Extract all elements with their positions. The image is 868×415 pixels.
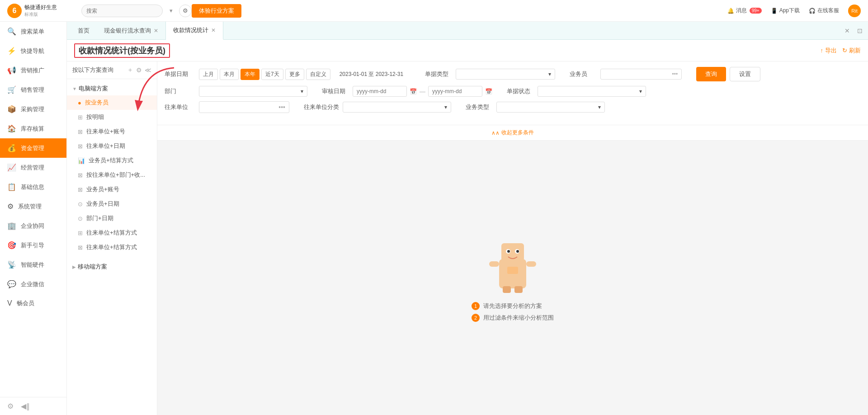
- salesperson-account-icon: ⊠: [78, 186, 83, 193]
- dept-dropdown-icon: ▾: [301, 88, 303, 94]
- doc-type-filter: 单据类型 ▾: [425, 69, 555, 80]
- download-icon: 📱: [771, 8, 778, 14]
- doc-type-label: 单据类型: [425, 70, 452, 78]
- vip-icon: V: [7, 299, 12, 307]
- tree-item-partner-account[interactable]: ⊠ 往来单位+账号: [67, 124, 157, 139]
- sidebar-item-guide[interactable]: 🎯 新手引导: [0, 236, 66, 255]
- query-button[interactable]: 查询: [696, 67, 726, 81]
- tip-number-2: 2: [472, 314, 480, 322]
- date-tab-more[interactable]: 更多: [285, 69, 304, 80]
- audit-date-start[interactable]: [353, 86, 407, 97]
- window-maximize-button[interactable]: ⊡: [855, 26, 864, 35]
- collapse-up-icon: ∧∧: [491, 130, 500, 136]
- hardware-icon: 📡: [7, 260, 16, 269]
- sidebar-item-inventory[interactable]: 🏠 库存核算: [0, 119, 66, 138]
- partner-label: 往来单位: [165, 103, 192, 111]
- sidebar-item-sales[interactable]: 🛒 销售管理: [0, 80, 66, 99]
- left-panel-header: 按以下方案查询 ＋ ⚙ ≪: [67, 61, 157, 79]
- tab-home[interactable]: 首页: [71, 22, 97, 40]
- window-close-button[interactable]: ✕: [843, 26, 852, 35]
- audit-date-picker: 📅 — 📅: [353, 86, 492, 97]
- doc-status-select[interactable]: ▾: [538, 86, 646, 97]
- export-button[interactable]: ↑ 导出: [821, 47, 837, 55]
- salesperson-select[interactable]: •••: [600, 69, 682, 80]
- date-tab-custom[interactable]: 自定义: [306, 69, 330, 80]
- partner-settle2-icon: ⊠: [78, 244, 83, 251]
- sidebar-settings-icon[interactable]: ⚙: [7, 402, 14, 410]
- date-tab-last-month[interactable]: 上月: [199, 69, 218, 80]
- page-title: 收款情况统计(按业务员): [74, 43, 170, 58]
- messages-button[interactable]: 🔔 消息 99+: [727, 7, 762, 14]
- tree-item-dept-date[interactable]: ⊙ 部门+日期: [67, 211, 157, 226]
- left-panel: 按以下方案查询 ＋ ⚙ ≪ ▼ 电脑端方案 ● 按业务员: [67, 61, 157, 415]
- tree-item-partner-date[interactable]: ⊠ 往来单位+日期: [67, 139, 157, 153]
- sidebar-item-vip[interactable]: V 畅会员: [0, 294, 66, 313]
- date-tab-this-month[interactable]: 本月: [220, 69, 239, 80]
- tab-receipt-stats[interactable]: 收款情况统计 ✕: [166, 22, 223, 40]
- export-icon: ↑: [821, 47, 824, 54]
- sidebar-item-purchase[interactable]: 📦 采购管理: [0, 99, 66, 119]
- tab-bank-flow-close[interactable]: ✕: [154, 28, 158, 34]
- sidebar-item-hardware[interactable]: 📡 智能硬件: [0, 255, 66, 274]
- sidebar-item-finance[interactable]: 💰 资金管理: [0, 138, 66, 158]
- dept-filter-label: 部门: [165, 87, 192, 95]
- tree-item-by-salesperson[interactable]: ● 按业务员: [67, 95, 157, 110]
- biz-type-select[interactable]: ▾: [496, 102, 605, 113]
- salesperson-date-icon: ⊙: [78, 201, 83, 208]
- collapse-panel-button[interactable]: ≪: [145, 66, 151, 74]
- page-actions: ↑ 导出 ↻ 刷新: [821, 47, 861, 55]
- page-header: 收款情况统计(按业务员) ↑ 导出 ↻ 刷新: [67, 40, 868, 61]
- audit-date-end[interactable]: [428, 86, 482, 97]
- manage-scheme-button[interactable]: ⚙: [136, 66, 142, 74]
- partner-select[interactable]: •••: [199, 101, 289, 113]
- tree-item-by-detail[interactable]: ⊞ 按明细: [67, 110, 157, 124]
- tree-group-desktop[interactable]: ▼ 电脑端方案: [67, 82, 157, 95]
- app-download-button[interactable]: 📱 App下载: [771, 7, 800, 14]
- sidebar-item-system[interactable]: ⚙ 系统管理: [0, 197, 66, 216]
- bell-icon: 🔔: [727, 8, 734, 14]
- dept-select[interactable]: ▾: [199, 86, 307, 97]
- sidebar-collapse-icon[interactable]: ◀‖: [21, 402, 30, 410]
- finance-icon: 💰: [7, 144, 16, 152]
- try-industry-button[interactable]: 体验行业方案: [192, 4, 241, 18]
- search-input[interactable]: [81, 5, 163, 17]
- settings-gear-icon[interactable]: ⚙: [179, 5, 192, 17]
- tree-group-mobile[interactable]: ▶ 移动端方案: [67, 260, 157, 274]
- sidebar-item-marketing[interactable]: 📢 营销推广: [0, 61, 66, 80]
- partner-category-select[interactable]: ▾: [343, 102, 451, 113]
- tree-section-mobile: ▶ 移动端方案: [67, 257, 157, 276]
- tab-receipt-stats-close[interactable]: ✕: [211, 27, 216, 33]
- date-tab-7days[interactable]: 近7天: [261, 69, 283, 80]
- system-icon: ⚙: [7, 202, 14, 211]
- tree-item-salesperson-date[interactable]: ⊙ 业务员+日期: [67, 197, 157, 211]
- tree-item-partner-dept-collect[interactable]: ⊠ 按往来单位+部门+收...: [67, 168, 157, 182]
- sidebar-item-search[interactable]: 🔍 搜索菜单: [0, 22, 66, 41]
- partner-date-icon: ⊠: [78, 143, 83, 150]
- calendar-start-icon: 📅: [410, 88, 417, 95]
- headset-icon: 🎧: [809, 8, 816, 14]
- top-search-area: ▾ ⚙: [81, 5, 192, 17]
- date-tab-this-year[interactable]: 本年: [241, 69, 259, 80]
- collapse-conditions-button[interactable]: ∧∧ 收起更多条件: [157, 125, 868, 140]
- user-avatar-area[interactable]: Rit: [848, 5, 861, 17]
- refresh-button[interactable]: ↻ 刷新: [842, 47, 861, 55]
- sidebar-item-quick-nav[interactable]: ⚡ 快捷导航: [0, 41, 66, 61]
- svg-point-5: [516, 250, 519, 253]
- tree-item-partner-settle1[interactable]: ⊞ 往来单位+结算方式: [67, 226, 157, 240]
- tree-item-salesperson-settle[interactable]: 📊 业务员+结算方式: [67, 153, 157, 168]
- dropdown-arrow-icon[interactable]: ▾: [166, 6, 175, 15]
- add-scheme-button[interactable]: ＋: [127, 66, 133, 74]
- biz-type-dropdown-icon: ▾: [598, 104, 601, 110]
- marketing-icon: 📢: [7, 66, 16, 75]
- sidebar-item-enterprise[interactable]: 🏢 企业协同: [0, 216, 66, 236]
- settings-button[interactable]: 设置: [730, 67, 760, 81]
- tab-bank-flow[interactable]: 现金银行流水查询 ✕: [97, 22, 166, 40]
- tree-item-partner-settle2[interactable]: ⊠ 往来单位+结算方式: [67, 240, 157, 255]
- salesperson-settle-icon: 📊: [78, 157, 85, 164]
- sidebar-item-wechat[interactable]: 💬 企业微信: [0, 274, 66, 294]
- doc-type-select[interactable]: ▾: [456, 69, 555, 80]
- online-service-button[interactable]: 🎧 在线客服: [809, 7, 839, 14]
- sidebar-item-base[interactable]: 📋 基础信息: [0, 177, 66, 197]
- sidebar-item-operation[interactable]: 📈 经营管理: [0, 158, 66, 177]
- tree-item-salesperson-account[interactable]: ⊠ 业务员+账号: [67, 182, 157, 197]
